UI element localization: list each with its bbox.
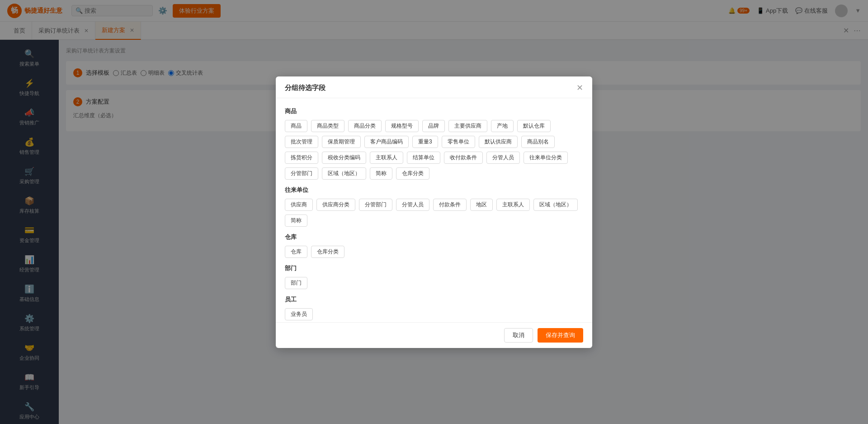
tag-0-3[interactable]: 规格型号	[385, 120, 419, 132]
tag-group-4: 业务员	[285, 308, 583, 320]
dialog-header: 分组待选字段 ✕	[276, 76, 592, 98]
tag-0-17[interactable]: 主联系人	[370, 152, 403, 164]
dialog-title: 分组待选字段	[285, 84, 326, 92]
dialog-body: 商品商品商品类型商品分类规格型号品牌主要供应商产地默认仓库批次管理保质期管理客户…	[276, 98, 592, 322]
tag-1-4[interactable]: 付款条件	[433, 199, 467, 211]
tag-2-1[interactable]: 仓库分类	[311, 246, 344, 258]
tag-0-16[interactable]: 税收分类编码	[322, 152, 366, 164]
tag-0-9[interactable]: 保质期管理	[322, 136, 361, 148]
tag-0-0[interactable]: 商品	[285, 120, 307, 132]
tag-0-5[interactable]: 主要供应商	[448, 120, 487, 132]
tag-1-5[interactable]: 地区	[470, 199, 493, 211]
tag-1-6[interactable]: 主联系人	[496, 199, 530, 211]
tag-0-21[interactable]: 往来单位分类	[524, 152, 568, 164]
tag-0-10[interactable]: 客户商品编码	[364, 136, 409, 148]
confirm-button[interactable]: 保存并查询	[538, 328, 583, 343]
tag-0-14[interactable]: 商品别名	[521, 136, 555, 148]
tag-0-8[interactable]: 批次管理	[285, 136, 318, 148]
tag-0-15[interactable]: 拣货积分	[285, 152, 318, 164]
cancel-button[interactable]: 取消	[504, 328, 533, 343]
tag-0-7[interactable]: 默认仓库	[517, 120, 551, 132]
tag-group-1: 供应商供应商分类分管部门分管人员付款条件地区主联系人区域（地区）简称	[285, 199, 583, 227]
dialog: 分组待选字段 ✕ 商品商品商品类型商品分类规格型号品牌主要供应商产地默认仓库批次…	[276, 76, 592, 348]
tag-0-20[interactable]: 分管人员	[486, 152, 520, 164]
dialog-close-icon[interactable]: ✕	[576, 84, 583, 92]
tag-0-24[interactable]: 简称	[370, 167, 392, 180]
tag-group-2: 仓库仓库分类	[285, 246, 583, 258]
dialog-footer: 取消 保存并查询	[276, 322, 592, 348]
tag-0-4[interactable]: 品牌	[422, 120, 445, 132]
tag-1-8[interactable]: 简称	[285, 214, 307, 227]
tag-0-25[interactable]: 仓库分类	[396, 167, 429, 180]
tag-0-6[interactable]: 产地	[491, 120, 514, 132]
tag-1-0[interactable]: 供应商	[285, 199, 313, 211]
tag-2-0[interactable]: 仓库	[285, 246, 307, 258]
tag-0-19[interactable]: 收付款条件	[444, 152, 483, 164]
tag-group-3: 部门	[285, 277, 583, 289]
tag-0-2[interactable]: 商品分类	[348, 120, 382, 132]
section-title-1: 往来单位	[285, 186, 583, 194]
tag-0-1[interactable]: 商品类型	[311, 120, 344, 132]
tag-3-0[interactable]: 部门	[285, 277, 307, 289]
section-title-4: 员工	[285, 295, 583, 304]
tag-0-12[interactable]: 零售单位	[442, 136, 475, 148]
section-title-0: 商品	[285, 107, 583, 115]
tag-0-11[interactable]: 重量3	[412, 136, 438, 148]
tag-4-0[interactable]: 业务员	[285, 308, 313, 320]
tag-0-18[interactable]: 结算单位	[407, 152, 440, 164]
tag-group-0: 商品商品类型商品分类规格型号品牌主要供应商产地默认仓库批次管理保质期管理客户商品…	[285, 120, 583, 180]
tag-1-3[interactable]: 分管人员	[396, 199, 429, 211]
tag-1-2[interactable]: 分管部门	[359, 199, 392, 211]
tag-0-22[interactable]: 分管部门	[285, 167, 318, 180]
section-title-2: 仓库	[285, 233, 583, 241]
tag-0-23[interactable]: 区域（地区）	[322, 167, 366, 180]
tag-1-7[interactable]: 区域（地区）	[533, 199, 578, 211]
tag-1-1[interactable]: 供应商分类	[316, 199, 355, 211]
section-title-3: 部门	[285, 264, 583, 272]
tag-0-13[interactable]: 默认供应商	[479, 136, 518, 148]
